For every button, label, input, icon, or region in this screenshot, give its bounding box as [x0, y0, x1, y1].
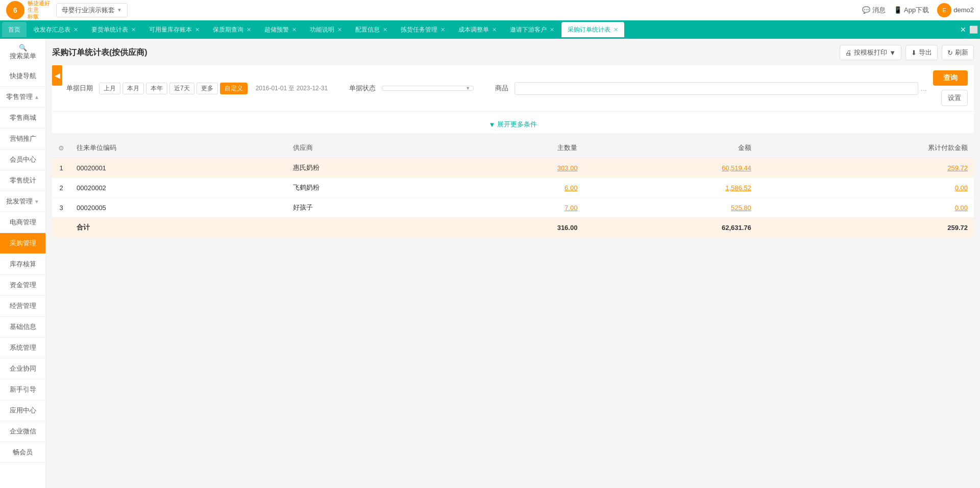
avatar: E — [937, 3, 951, 17]
sidebar-item-label: 库存核算 — [10, 260, 36, 269]
sidebar-item-ecommerce[interactable]: 电商管理 — [0, 212, 45, 233]
row-quantity[interactable]: 7.00 — [448, 198, 583, 218]
close-icon[interactable]: ✕ — [74, 27, 78, 33]
tab-baozhi[interactable]: 保质期查询 ✕ — [207, 22, 257, 37]
content-area: 采购订单统计表(按供应商) 🖨 按模板打印 ▼ ⬇ 导出 ↻ 刷新 — [46, 39, 980, 488]
tab-peizhi[interactable]: 配置信息 ✕ — [349, 22, 394, 37]
close-icon[interactable]: ✕ — [131, 27, 136, 33]
row-seq: 2 — [52, 178, 70, 198]
tab-yaohuo[interactable]: 要货单统计表 ✕ — [85, 22, 142, 37]
date-btn-last-month[interactable]: 上月 — [99, 83, 120, 94]
row-amount[interactable]: 1,586.52 — [583, 178, 757, 198]
close-icon[interactable]: ✕ — [195, 27, 200, 33]
date-btn-more[interactable]: 更多 — [197, 83, 218, 94]
tab-yaoqing[interactable]: 邀请下游客户 ✕ — [504, 22, 560, 37]
tab-keyong[interactable]: 可用量库存账本 ✕ — [143, 22, 206, 37]
row-paid[interactable]: 259.72 — [757, 158, 974, 178]
close-icon[interactable]: ✕ — [550, 27, 554, 33]
message-btn[interactable]: 💬 消息 — [862, 6, 886, 15]
setting-button[interactable]: 设置 — [941, 90, 968, 106]
workspace-selector[interactable]: 母婴行业演示账套 ▼ — [56, 3, 128, 17]
date-btn-this-month[interactable]: 本月 — [122, 83, 144, 94]
tab-jianhuo[interactable]: 拣货任务管理 ✕ — [395, 22, 451, 37]
close-icon[interactable]: ✕ — [440, 27, 445, 33]
tab-home[interactable]: 首页 — [2, 22, 27, 37]
table-header: ⚙ 往来单位编码 供应商 主数量 金额 累计付款金额 — [52, 138, 974, 158]
date-btn-7days[interactable]: 近7天 — [169, 83, 194, 94]
sidebar-item-retail-stats[interactable]: 零售统计 — [0, 170, 45, 191]
sidebar-item-system[interactable]: 系统管理 — [0, 338, 45, 358]
tab-label: 可用量库存账本 — [149, 25, 192, 34]
row-paid[interactable]: 0.00 — [757, 198, 974, 218]
tab-label: 拣货任务管理 — [401, 25, 437, 34]
sidebar-item-purchase[interactable]: 采购管理 — [0, 233, 45, 254]
sidebar-item-app-center[interactable]: 应用中心 — [0, 400, 45, 421]
sidebar-item-retail-mgmt[interactable]: 零售管理 ▲ — [0, 87, 45, 108]
close-icon[interactable]: ✕ — [492, 27, 497, 33]
tabs-close-all[interactable]: ✕ — [960, 25, 966, 34]
sidebar-item-wechat[interactable]: 企业微信 — [0, 421, 45, 442]
app-download-btn[interactable]: 📱 App下载 — [894, 6, 929, 15]
sidebar-search[interactable]: 🔍 搜索菜单 — [0, 39, 45, 66]
goods-more-icon[interactable]: … — [920, 85, 927, 92]
sidebar-item-quick-nav[interactable]: 快捷导航 — [0, 66, 45, 87]
footer-empty2 — [287, 218, 448, 238]
close-icon[interactable]: ✕ — [292, 27, 297, 33]
goods-input[interactable] — [514, 82, 918, 95]
date-btn-this-year[interactable]: 本年 — [146, 83, 167, 94]
user-profile[interactable]: E demo2 — [937, 3, 974, 17]
close-icon[interactable]: ✕ — [247, 27, 251, 33]
sidebar-item-inventory[interactable]: 库存核算 — [0, 254, 45, 275]
sidebar-item-finance[interactable]: 资金管理 — [0, 275, 45, 296]
sidebar-item-label: 企业微信 — [10, 427, 36, 436]
row-paid[interactable]: 0.00 — [757, 178, 974, 198]
refresh-button[interactable]: ↻ 刷新 — [942, 45, 974, 60]
sidebar-item-marketing[interactable]: 营销推广 — [0, 129, 45, 149]
export-button[interactable]: ⬇ 导出 — [905, 45, 938, 60]
sidebar-item-retail-shop[interactable]: 零售商城 — [0, 108, 45, 129]
row-quantity[interactable]: 303.00 — [448, 158, 583, 178]
search-label: 搜索菜单 — [3, 52, 42, 61]
logo-icon: 6 — [6, 1, 24, 19]
tab-label: 邀请下游客户 — [510, 25, 547, 34]
sidebar-item-enterprise[interactable]: 企业协同 — [0, 358, 45, 379]
gear-icon[interactable]: ⚙ — [58, 144, 64, 152]
col-supplier: 供应商 — [287, 138, 448, 158]
footer-empty1 — [52, 218, 70, 238]
collapse-button[interactable]: ◀ — [52, 65, 62, 86]
main-layout: 🔍 搜索菜单 快捷导航 零售管理 ▲ 零售商城 营销推广 会员中心 零售统计 批… — [0, 39, 980, 488]
tab-caigou-active[interactable]: 采购订单统计表 ✕ — [561, 22, 624, 37]
close-icon[interactable]: ✕ — [614, 27, 618, 33]
tab-chengben[interactable]: 成本调整单 ✕ — [452, 22, 503, 37]
sidebar-item-label: 营销推广 — [10, 134, 36, 143]
row-seq: 1 — [52, 158, 70, 178]
table-footer: 合计 316.00 62,631.76 259.72 — [52, 218, 974, 238]
close-icon[interactable]: ✕ — [383, 27, 387, 33]
tabs-maximize[interactable]: ⬜ — [969, 25, 978, 34]
sidebar-item-new-guide[interactable]: 新手引导 — [0, 379, 45, 400]
sidebar-item-label: 批发管理 — [6, 197, 33, 206]
query-button[interactable]: 查询 — [933, 70, 968, 86]
tab-shoudcun[interactable]: 收发存汇总表 ✕ — [28, 22, 84, 37]
header-row: ⚙ 往来单位编码 供应商 主数量 金额 累计付款金额 — [52, 138, 974, 158]
goods-filter: … — [514, 82, 927, 95]
status-select[interactable] — [382, 86, 474, 91]
date-btn-custom[interactable]: 自定义 — [220, 83, 248, 94]
sidebar-item-label: 会员中心 — [10, 155, 36, 164]
row-amount[interactable]: 60,519.44 — [583, 158, 757, 178]
tab-gongneng[interactable]: 功能说明 ✕ — [304, 22, 348, 37]
expand-more-button[interactable]: ▼ 展开更多条件 — [489, 120, 537, 129]
table-row: 2 00020002 飞鹤奶粉 6.00 1,586.52 0.00 — [52, 178, 974, 198]
row-quantity[interactable]: 6.00 — [448, 178, 583, 198]
tab-chaochuo[interactable]: 超储预警 ✕ — [258, 22, 303, 37]
sidebar-item-wholesale[interactable]: 批发管理 ▼ — [0, 191, 45, 212]
close-icon[interactable]: ✕ — [337, 27, 342, 33]
sidebar-item-member2[interactable]: 畅会员 — [0, 442, 45, 463]
sidebar-item-basic-info[interactable]: 基础信息 — [0, 317, 45, 338]
sidebar-item-operations[interactable]: 经营管理 — [0, 296, 45, 317]
print-button[interactable]: 🖨 按模板打印 ▼ — [840, 45, 901, 60]
app-download-icon: 📱 — [894, 6, 902, 14]
sidebar-item-member[interactable]: 会员中心 — [0, 149, 45, 170]
row-amount[interactable]: 525.80 — [583, 198, 757, 218]
export-label: 导出 — [919, 48, 932, 57]
